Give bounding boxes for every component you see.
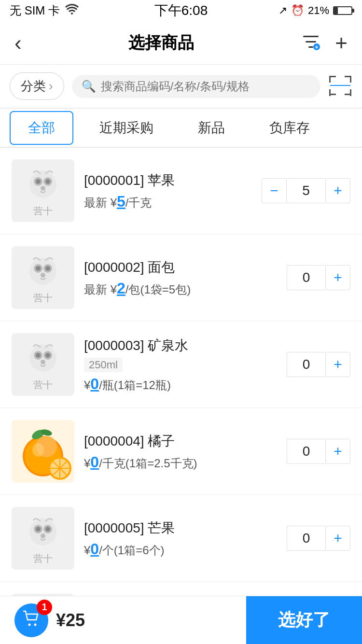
list-item: [0000004] 橘子 ¥0/千克(1箱=2.5千克) + (0, 408, 362, 494)
svg-point-63 (34, 623, 37, 626)
category-button[interactable]: 分类 › (10, 72, 64, 100)
qty-increase-button[interactable]: + (325, 526, 350, 551)
brand-logo: 营十 (24, 512, 62, 565)
battery-icon (333, 6, 352, 15)
qty-input[interactable] (287, 352, 325, 377)
svg-point-26 (29, 345, 56, 372)
page-title: 选择商品 (128, 32, 194, 54)
svg-point-24 (45, 266, 50, 271)
svg-rect-1 (306, 41, 316, 42)
brand-logo: 营十 (24, 338, 62, 392)
list-item: 营十 [0000001] 苹果 最新 ¥5/千克 − + (0, 148, 362, 234)
svg-point-50 (41, 533, 45, 538)
svg-point-48 (36, 527, 41, 532)
brand-text: 营十 (33, 552, 53, 565)
quantity-control: + (287, 526, 350, 551)
product-info: [0000002] 面包 最新 ¥2/包(1袋=5包) (84, 258, 277, 297)
qty-decrease-button[interactable]: − (262, 178, 287, 203)
svg-point-45 (29, 518, 56, 546)
product-thumbnail: 营十 (12, 333, 74, 396)
product-info: [0000005] 芒果 ¥0/个(1箱=6个) (84, 519, 277, 558)
status-carrier: 无 SIM 卡 (10, 3, 79, 18)
brand-logo: 营十 (24, 251, 62, 305)
svg-point-30 (45, 353, 50, 358)
svg-point-17 (36, 179, 41, 184)
product-price: 最新 ¥5/千克 (84, 193, 252, 210)
svg-point-36 (32, 443, 44, 457)
svg-point-49 (45, 527, 50, 532)
nav-icons: + + (301, 31, 348, 55)
confirm-button[interactable]: 选好了 (246, 596, 362, 644)
qty-input[interactable] (287, 178, 325, 203)
location-icon: ↗ (278, 4, 287, 17)
product-name: [0000004] 橘子 (84, 432, 277, 450)
svg-point-20 (29, 258, 56, 285)
quantity-control: + (287, 439, 350, 464)
tab-new[interactable]: 新品 (180, 111, 243, 145)
svg-rect-0 (303, 36, 319, 37)
list-item: 营十 [0000003] 矿泉水 250ml ¥0/瓶(1箱=12瓶) + (0, 322, 362, 407)
brand-text: 营十 (33, 205, 53, 218)
scan-icon[interactable] (328, 75, 352, 98)
svg-text:+: + (315, 44, 319, 51)
svg-rect-2 (308, 46, 313, 48)
cart-section: 1 ¥25 (0, 603, 246, 637)
alarm-icon: ⏰ (291, 4, 304, 17)
status-time: 下午6:08 (154, 1, 208, 20)
qty-increase-button[interactable]: + (325, 178, 350, 203)
product-info: [0000004] 橘子 ¥0/千克(1箱=2.5千克) (84, 432, 277, 471)
status-right: ↗ ⏰ 21% (278, 4, 352, 17)
list-item: 营十 [0000002] 面包 最新 ¥2/包(1袋=5包) + (0, 235, 362, 321)
product-info: [0000003] 矿泉水 250ml ¥0/瓶(1箱=12瓶) (84, 336, 277, 393)
brand-text: 营十 (33, 292, 53, 305)
brand-text: 营十 (33, 378, 53, 392)
status-bar: 无 SIM 卡 下午6:08 ↗ ⏰ 21% (0, 0, 362, 21)
quantity-control: + (287, 265, 350, 290)
wifi-icon (65, 4, 79, 17)
add-icon[interactable]: + (335, 31, 348, 55)
svg-point-31 (41, 360, 45, 364)
quantity-control: + (287, 352, 350, 377)
tab-negative[interactable]: 负库存 (251, 111, 328, 145)
category-label: 分类 (21, 78, 46, 95)
qty-input[interactable] (287, 526, 325, 551)
svg-rect-8 (350, 76, 351, 83)
back-button[interactable]: ‹ (14, 31, 22, 55)
product-name: [0000001] 苹果 (84, 171, 252, 190)
cart-total: ¥25 (56, 610, 85, 630)
product-thumbnail: 营十 (12, 159, 74, 222)
search-input[interactable] (101, 80, 311, 93)
qty-input[interactable] (287, 265, 325, 290)
product-name: [0000005] 芒果 (84, 519, 277, 537)
product-price: ¥0/千克(1箱=2.5千克) (84, 453, 277, 471)
product-price: 最新 ¥2/包(1袋=5包) (84, 280, 277, 297)
battery-percent: 21% (308, 4, 329, 17)
list-item: 营十 [0000005] 芒果 ¥0/个(1箱=6个) + (0, 495, 362, 581)
svg-point-18 (45, 179, 50, 184)
qty-increase-button[interactable]: + (325, 265, 350, 290)
filter-icon[interactable]: + (301, 33, 320, 53)
category-arrow-icon: › (49, 79, 53, 94)
product-thumbnail: 营十 (12, 246, 74, 309)
quantity-control: − + (262, 178, 350, 203)
svg-point-23 (36, 266, 41, 271)
qty-increase-button[interactable]: + (325, 352, 350, 377)
qty-increase-button[interactable]: + (325, 439, 350, 464)
tabs-bar: 全部 近期采购 新品 负库存 (0, 109, 362, 148)
product-thumbnail (12, 420, 74, 483)
product-list: 营十 [0000001] 苹果 最新 ¥5/千克 − + (0, 148, 362, 644)
cart-icon-wrap[interactable]: 1 (14, 603, 48, 637)
search-box: 🔍 (72, 75, 320, 98)
product-price: ¥0/个(1箱=6个) (84, 540, 277, 558)
nav-bar: ‹ 选择商品 + + (0, 21, 362, 65)
svg-rect-13 (330, 85, 350, 86)
svg-point-29 (36, 353, 41, 358)
qty-input[interactable] (287, 439, 325, 464)
tab-all[interactable]: 全部 (10, 111, 73, 145)
svg-rect-6 (329, 76, 331, 83)
product-spec: 250ml (84, 358, 123, 372)
svg-rect-10 (329, 89, 331, 96)
search-icon: 🔍 (82, 80, 96, 93)
tab-recent[interactable]: 近期采购 (81, 111, 172, 145)
product-thumbnail: 营十 (12, 507, 74, 570)
